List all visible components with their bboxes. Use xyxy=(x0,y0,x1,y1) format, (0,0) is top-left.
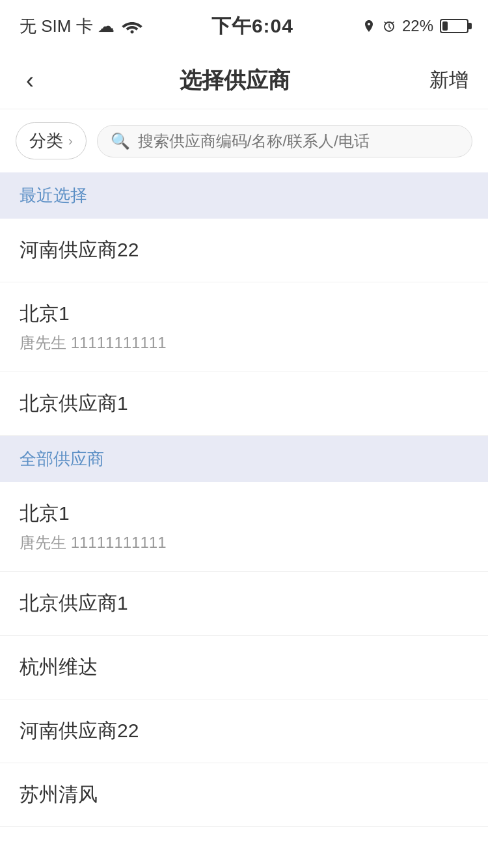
list-item[interactable]: 北京1唐先生 11111111111 xyxy=(0,282,488,372)
item-name: 杭州维达 xyxy=(20,654,468,681)
status-bar: 无 SIM 卡 ☁ 下午6:04 22% xyxy=(0,0,488,52)
sim-status: 无 SIM 卡 ☁ xyxy=(20,15,115,38)
category-filter[interactable]: 分类 › xyxy=(16,122,87,159)
item-name: 北京供应商1 xyxy=(20,390,468,417)
item-name: 河南供应商22 xyxy=(20,237,468,264)
list-item[interactable]: 河南供应商22 xyxy=(0,699,488,763)
category-label: 分类 xyxy=(29,129,63,152)
search-box[interactable]: 🔍 xyxy=(97,125,472,157)
item-name: 苏州清风 xyxy=(20,781,468,808)
status-left: 无 SIM 卡 ☁ xyxy=(20,15,143,38)
list-item[interactable]: 苏州清风 xyxy=(0,763,488,827)
all-section-header: 全部供应商 xyxy=(0,436,488,482)
all-list: 北京1唐先生 11111111111北京供应商1杭州维达河南供应商22苏州清风 xyxy=(0,482,488,827)
svg-point-0 xyxy=(130,31,133,34)
search-icon: 🔍 xyxy=(111,132,130,150)
list-item[interactable]: 北京供应商1 xyxy=(0,372,488,436)
item-name: 北京1 xyxy=(20,500,468,527)
item-name: 北京1 xyxy=(20,301,468,327)
add-button[interactable]: 新增 xyxy=(429,67,468,94)
list-item[interactable]: 北京1唐先生 11111111111 xyxy=(0,482,488,572)
item-name: 北京供应商1 xyxy=(20,590,468,617)
status-right: 22% xyxy=(362,17,468,35)
chevron-icon: › xyxy=(68,133,73,148)
recent-section-label: 最近选择 xyxy=(20,185,87,205)
recent-section-header: 最近选择 xyxy=(0,172,488,219)
item-sub: 唐先生 11111111111 xyxy=(20,532,468,553)
all-section-label: 全部供应商 xyxy=(20,449,104,468)
location-icon xyxy=(362,19,376,33)
nav-title: 选择供应商 xyxy=(180,66,290,96)
search-input[interactable] xyxy=(138,132,459,150)
alarm-icon xyxy=(383,20,396,33)
status-time: 下午6:04 xyxy=(211,13,293,40)
list-item[interactable]: 北京供应商1 xyxy=(0,572,488,636)
battery-icon xyxy=(440,19,468,33)
list-item[interactable]: 河南供应商22 xyxy=(0,219,488,282)
item-sub: 唐先生 11111111111 xyxy=(20,332,468,353)
nav-bar: ‹ 选择供应商 新增 xyxy=(0,52,488,109)
filter-bar: 分类 › 🔍 xyxy=(0,109,488,172)
wifi-icon xyxy=(121,18,143,34)
recent-list: 河南供应商22北京1唐先生 11111111111北京供应商1 xyxy=(0,219,488,436)
item-name: 河南供应商22 xyxy=(20,718,468,744)
back-button[interactable]: ‹ xyxy=(20,61,40,101)
battery-percent: 22% xyxy=(402,17,433,35)
list-item[interactable]: 杭州维达 xyxy=(0,636,488,699)
